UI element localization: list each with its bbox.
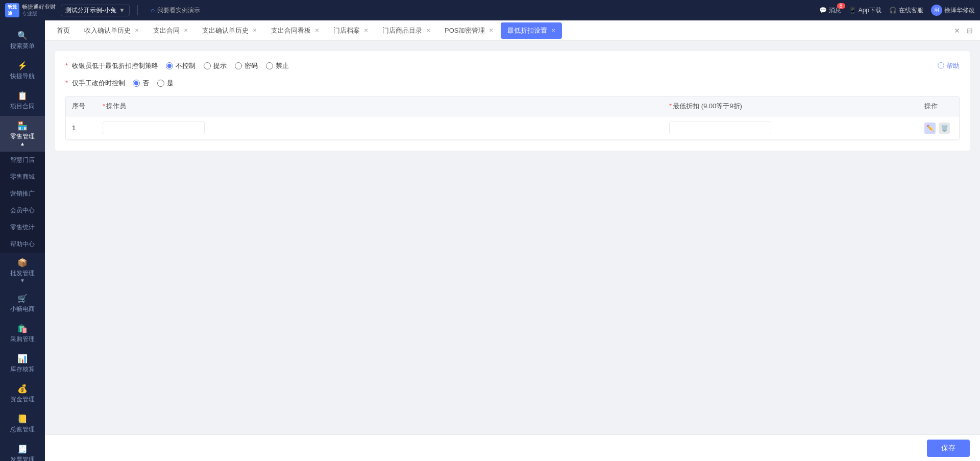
manual-price-options: 否 是 [133, 79, 174, 88]
col-header-operator: *操作员 [96, 96, 663, 116]
option-password[interactable]: 密码 [235, 61, 258, 70]
tab-store-goods[interactable]: 门店商品目录 ✕ [376, 22, 437, 39]
tab-close-payment-contract[interactable]: ✕ [184, 28, 188, 33]
topbar-right: 💬 消息 8 📱 App下载 🎧 在线客服 用 徐泽华修改 [819, 5, 975, 16]
invoice-icon: 🧾 [17, 444, 28, 454]
option-remind[interactable]: 提示 [204, 61, 227, 70]
circle-icon: ○ [151, 6, 155, 14]
user-menu-button[interactable]: 用 徐泽华修改 [931, 5, 975, 16]
sidebar-item-retail-mall[interactable]: 零售商城 [0, 168, 45, 185]
sidebar-item-retail[interactable]: 🏪 零售管理 ▲ [0, 116, 45, 152]
project-icon: 📋 [17, 91, 28, 101]
manual-price-row: * 仅手工改价时控制 否 是 [65, 79, 960, 88]
discount-table-container: 序号 *操作员 *最低折扣 (9.00等于9折) 操作 [65, 96, 960, 140]
sidebar-item-marketing[interactable]: 营销推广 [0, 185, 45, 202]
retail-icon: 🏪 [17, 121, 28, 131]
avatar-icon: 用 [931, 5, 942, 16]
col-header-seq: 序号 [66, 96, 96, 116]
discount-table: 序号 *操作员 *最低折扣 (9.00等于9折) 操作 [66, 96, 959, 140]
tab-payment-contract[interactable]: 支出合同 ✕ [146, 22, 194, 39]
edit-row-button[interactable]: ✏️ [924, 123, 936, 134]
manual-option-no[interactable]: 否 [133, 79, 149, 88]
service-icon: 🎧 [889, 7, 897, 14]
discount-input[interactable] [669, 122, 771, 134]
table-header-row: 序号 *操作员 *最低折扣 (9.00等于9折) 操作 [66, 96, 959, 116]
tab-income-history[interactable]: 收入确认单历史 ✕ [78, 22, 145, 39]
discount-strategy-options: 不控制 提示 密码 禁 [166, 61, 289, 70]
sidebar-item-retail-stat[interactable]: 零售统计 [0, 219, 45, 236]
tab-pos-password[interactable]: POS加密管理 ✕ [438, 22, 500, 39]
operator-input[interactable] [103, 122, 205, 134]
tab-close-pos-password[interactable]: ✕ [489, 28, 493, 33]
option-no-control[interactable]: 不控制 [166, 61, 195, 70]
page-content: ⓘ 帮助 * 收银员低于最低折扣控制策略 不控制 [45, 41, 980, 434]
sidebar-item-ecommerce[interactable]: 🛒 小畅电商 [0, 288, 45, 319]
discount-strategy-row: * 收银员低于最低折扣控制策略 不控制 提示 [65, 61, 960, 70]
tab-close-payment-confirm[interactable]: ✕ [253, 28, 257, 33]
tabbar-actions: ✕ ⊟ [952, 25, 975, 37]
option-forbidden[interactable]: 禁止 [266, 61, 289, 70]
tab-close-income-history[interactable]: ✕ [135, 28, 139, 33]
cell-operator [96, 116, 663, 140]
cell-discount [663, 116, 918, 140]
save-button[interactable]: 保存 [927, 440, 970, 457]
sidebar-item-ledger[interactable]: 📒 总账管理 [0, 409, 45, 439]
content-area: 首页 收入确认单历史 ✕ 支出合同 ✕ 支出确认单历史 ✕ 支出合同看板 ✕ 门… [45, 20, 980, 461]
sidebar-item-help[interactable]: 帮助中心 [0, 236, 45, 253]
sidebar-item-wholesale[interactable]: 📦 批发管理 ▼ [0, 253, 45, 288]
sidebar-item-smart-store[interactable]: 智慧门店 [0, 152, 45, 168]
tab-menu-button[interactable]: ⊟ [965, 25, 975, 37]
online-service-button[interactable]: 🎧 在线客服 [889, 6, 923, 15]
save-bar: 保存 [45, 434, 980, 461]
logo-text: 畅捷通好业财 专业版 [22, 4, 56, 16]
sidebar-item-finance[interactable]: 💰 资金管理 [0, 379, 45, 409]
tab-close-min-discount[interactable]: ✕ [551, 28, 555, 33]
sidebar-item-invoice[interactable]: 🧾 发票管理 [0, 439, 45, 461]
col-header-action: 操作 [918, 96, 959, 116]
search-icon: 🔍 [17, 31, 28, 40]
tab-close-store-goods[interactable]: ✕ [426, 28, 430, 33]
app-logo: 畅捷通 畅捷通好业财 专业版 [5, 3, 56, 17]
demo-link[interactable]: ○ 我要看实例演示 [151, 6, 200, 15]
sidebar-item-search[interactable]: 🔍 搜索菜单 [0, 26, 45, 56]
sidebar-item-purchase[interactable]: 🛍️ 采购管理 [0, 319, 45, 349]
message-icon: 💬 [819, 7, 827, 14]
help-link[interactable]: ⓘ 帮助 [938, 61, 960, 70]
download-icon: 📱 [849, 7, 856, 14]
sidebar: 🔍 搜索菜单 ⚡ 快捷导航 📋 项目合同 🏪 零售管理 ▲ 智慧门店 零售商城 … [0, 20, 45, 461]
ecommerce-icon: 🛒 [17, 294, 28, 303]
expand-icon: ▲ [20, 141, 25, 147]
finance-icon: 💰 [17, 384, 28, 394]
message-button[interactable]: 💬 消息 8 [819, 6, 841, 15]
message-badge: 8 [837, 3, 845, 9]
ledger-icon: 📒 [17, 414, 28, 424]
delete-row-button[interactable]: 🗑️ [939, 123, 950, 134]
tab-payment-confirm[interactable]: 支出确认单历史 ✕ [195, 22, 263, 39]
tab-close-store-file[interactable]: ✕ [364, 28, 368, 33]
tab-home[interactable]: 首页 [50, 22, 77, 39]
sidebar-item-member[interactable]: 会员中心 [0, 202, 45, 219]
sidebar-item-inventory[interactable]: 📊 库存核算 [0, 349, 45, 379]
project-selector[interactable]: 测试分开示例-小兔 ▼ [61, 5, 130, 16]
retail-submenu: 智慧门店 零售商城 营销推广 会员中心 零售统计 帮助中心 [0, 152, 45, 253]
sidebar-item-shortcut[interactable]: ⚡ 快捷导航 [0, 56, 45, 86]
inventory-icon: 📊 [17, 354, 28, 363]
tab-store-file[interactable]: 门店档案 ✕ [327, 22, 375, 39]
wholesale-icon: 📦 [17, 258, 28, 268]
manual-option-yes[interactable]: 是 [157, 79, 174, 88]
tab-close-all-button[interactable]: ✕ [952, 25, 962, 37]
tab-close-payment-board[interactable]: ✕ [315, 28, 319, 33]
table-row: 1 ✏️ 🗑️ [66, 116, 959, 140]
settings-card: ⓘ 帮助 * 收银员低于最低折扣控制策略 不控制 [55, 51, 970, 151]
collapse-icon: ▼ [20, 278, 25, 283]
cell-action: ✏️ 🗑️ [918, 116, 959, 140]
shortcut-icon: ⚡ [17, 61, 28, 70]
divider [137, 5, 138, 15]
cell-seq: 1 [66, 116, 96, 140]
manual-price-label: * 仅手工改价时控制 [65, 79, 125, 88]
sidebar-item-project[interactable]: 📋 项目合同 [0, 86, 45, 116]
help-icon: ⓘ [938, 62, 944, 69]
tab-min-discount[interactable]: 最低折扣设置 ✕ [501, 22, 562, 39]
tab-payment-board[interactable]: 支出合同看板 ✕ [264, 22, 326, 39]
app-download-button[interactable]: 📱 App下载 [849, 6, 881, 15]
